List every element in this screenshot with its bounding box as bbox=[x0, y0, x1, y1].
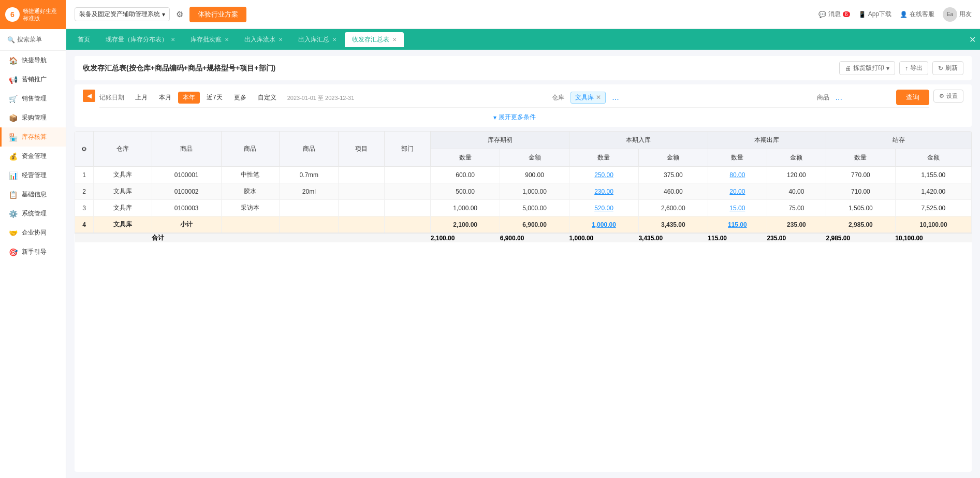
expand-more-btn[interactable]: ▾ 展开更多条件 bbox=[493, 113, 536, 122]
date-btn-more[interactable]: 更多 bbox=[229, 92, 251, 104]
col-out-qty: 数量 bbox=[708, 149, 767, 167]
date-btn-last-month[interactable]: 上月 bbox=[130, 92, 152, 104]
total-open-qty: 2,100.00 bbox=[431, 233, 500, 242]
sidebar-item-inventory[interactable]: 🏪 库存核算 bbox=[0, 127, 66, 147]
sidebar-item-basic[interactable]: 📋 基础信息 bbox=[0, 185, 66, 204]
row2-open-amt: 1,000.00 bbox=[500, 183, 569, 200]
service-icon: 👤 bbox=[900, 11, 908, 18]
row3-out-qty[interactable]: 15.00 bbox=[708, 200, 767, 216]
settings-panel-btn[interactable]: ⚙ 设置 bbox=[933, 90, 963, 103]
tab-inout-flow[interactable]: 出入库流水 ✕ bbox=[237, 32, 290, 47]
online-service-btn[interactable]: 👤 在线客服 bbox=[900, 10, 934, 19]
sales-icon: 🛒 bbox=[9, 95, 18, 103]
table-footer: 合计 2,100.00 6,900.00 1,000.00 3,435.00 1… bbox=[75, 233, 972, 242]
search-icon: 🔍 bbox=[7, 36, 15, 44]
date-btn-7days[interactable]: 近7天 bbox=[202, 92, 227, 104]
sidebar-item-operations[interactable]: 📊 经营管理 bbox=[0, 166, 66, 185]
tab-batch[interactable]: 库存批次账 ✕ bbox=[183, 32, 236, 47]
warehouse-tag: 文具库 ✕ bbox=[571, 92, 606, 104]
col-product-spec: 商品 bbox=[280, 132, 339, 167]
row2-out-qty[interactable]: 20.00 bbox=[708, 183, 767, 200]
row1-in-qty[interactable]: 250.00 bbox=[569, 167, 639, 183]
message-btn[interactable]: 💬 消息 6 bbox=[818, 10, 850, 19]
tabs-close-all-btn[interactable]: ✕ bbox=[969, 35, 976, 45]
sidebar-item-finance[interactable]: 💰 资金管理 bbox=[0, 147, 66, 166]
tab-receive-summary-close[interactable]: ✕ bbox=[392, 37, 397, 42]
marketing-icon: 📢 bbox=[9, 76, 18, 84]
date-btn-this-month[interactable]: 本月 bbox=[154, 92, 176, 104]
tab-stock[interactable]: 现存量（库存分布表） ✕ bbox=[98, 32, 182, 47]
row3-code: 0100003 bbox=[152, 200, 221, 216]
subtotal-out-qty[interactable]: 115.00 bbox=[708, 216, 767, 234]
tab-inout-flow-close[interactable]: ✕ bbox=[279, 37, 283, 42]
tab-batch-close[interactable]: ✕ bbox=[225, 37, 229, 42]
export-btn[interactable]: ↑ 导出 bbox=[899, 61, 928, 75]
page-content: 收发存汇总表(按仓库+商品编码+商品+规格型号+项目+部门) 🖨 拣货版打印 ▾… bbox=[66, 50, 980, 478]
search-menu-btn[interactable]: 🔍 搜索菜单 bbox=[4, 33, 62, 46]
industry-btn[interactable]: 体验行业方案 bbox=[189, 7, 246, 22]
user-avatar[interactable]: Ea 用友 bbox=[943, 7, 972, 22]
row2-in-qty[interactable]: 230.00 bbox=[569, 183, 639, 200]
chevron-down-icon2: ▾ bbox=[886, 65, 889, 72]
col-project: 项目 bbox=[339, 132, 385, 167]
date-btn-custom[interactable]: 自定义 bbox=[253, 92, 281, 104]
table-settings-col[interactable]: ⚙ bbox=[75, 132, 94, 167]
sidebar-item-purchase[interactable]: 📦 采购管理 bbox=[0, 108, 66, 127]
tab-receive-summary[interactable]: 收发存汇总表 ✕ bbox=[345, 32, 404, 47]
settings-icon[interactable]: ⚙ bbox=[176, 9, 183, 19]
system-title: 装备及固定资产辅助管理系统 bbox=[79, 10, 160, 19]
sidebar-item-sales[interactable]: 🛒 销售管理 bbox=[0, 89, 66, 108]
message-icon: 💬 bbox=[818, 11, 826, 18]
filter-collapse-btn[interactable]: ◀ bbox=[83, 90, 95, 102]
col-product-name: 商品 bbox=[221, 132, 280, 167]
date-range-display: 2023-01-01 至 2023-12-31 bbox=[287, 93, 355, 102]
subtotal-out-amt: 235.00 bbox=[767, 216, 826, 234]
row1-out-amt: 120.00 bbox=[767, 167, 826, 183]
sidebar-item-quicknav[interactable]: 🏠 快捷导航 bbox=[0, 51, 66, 70]
date-range-text: 2023-01-01 至 2023-12-31 bbox=[287, 94, 355, 102]
total-close-amt: 10,100.00 bbox=[895, 233, 971, 242]
subtotal-close-qty: 2,985.00 bbox=[826, 216, 895, 234]
data-table-container: ⚙ 仓库 商品 商品 商品 项目 部门 库存期初 本期入库 本期出库 结存 数量 bbox=[75, 131, 972, 472]
date-buttons: 上月 本月 本年 近7天 更多 自定义 bbox=[130, 92, 281, 104]
page-actions: 🖨 拣货版打印 ▾ ↑ 导出 ↻ 刷新 bbox=[839, 61, 963, 75]
warehouse-more-btn[interactable]: ... bbox=[612, 93, 619, 102]
warehouse-filter-label: 仓库 bbox=[552, 93, 564, 102]
sidebar-search[interactable]: 🔍 搜索菜单 bbox=[0, 29, 66, 51]
sidebar-item-marketing[interactable]: 📢 营销推广 bbox=[0, 70, 66, 89]
query-btn[interactable]: 查询 bbox=[896, 90, 929, 105]
warehouse-tag-close[interactable]: ✕ bbox=[596, 94, 601, 101]
row1-out-qty[interactable]: 80.00 bbox=[708, 167, 767, 183]
sidebar-item-enterprise[interactable]: 🤝 企业协同 bbox=[0, 223, 66, 242]
refresh-btn[interactable]: ↻ 刷新 bbox=[932, 61, 963, 75]
date-btn-this-year[interactable]: 本年 bbox=[178, 92, 200, 104]
tab-inout-summary[interactable]: 出入库汇总 ✕ bbox=[291, 32, 344, 47]
total-open-amt: 6,900.00 bbox=[500, 233, 569, 242]
sidebar-item-newbie[interactable]: 🎯 新手引导 bbox=[0, 242, 66, 262]
avatar: Ea bbox=[943, 7, 957, 22]
logo-icon: 6 bbox=[5, 7, 20, 22]
print-btn[interactable]: 🖨 拣货版打印 ▾ bbox=[839, 61, 895, 75]
tab-home[interactable]: 首页 bbox=[70, 32, 97, 47]
product-more-btn[interactable]: ... bbox=[836, 93, 842, 102]
app-download-btn[interactable]: 📱 App下载 bbox=[858, 10, 891, 19]
row1-warehouse: 文具库 bbox=[94, 167, 152, 183]
row2-close-qty: 710.00 bbox=[826, 183, 895, 200]
filter-row-main: 记账日期 上月 本月 本年 近7天 更多 自定义 2023-01-01 至 20… bbox=[99, 90, 929, 105]
col-open-qty: 数量 bbox=[431, 149, 500, 167]
system-selector[interactable]: 装备及固定资产辅助管理系统 ▾ bbox=[75, 7, 170, 21]
total-in-qty: 1,000.00 bbox=[569, 233, 639, 242]
subtotal-in-qty[interactable]: 1,000.00 bbox=[569, 216, 639, 234]
tab-stock-close[interactable]: ✕ bbox=[171, 37, 175, 42]
row2-warehouse: 文具库 bbox=[94, 183, 152, 200]
tab-inout-summary-close[interactable]: ✕ bbox=[332, 37, 337, 42]
row3-out-amt: 75.00 bbox=[767, 200, 826, 216]
chevron-down-icon: ▾ bbox=[162, 11, 165, 18]
row1-open-qty: 600.00 bbox=[431, 167, 500, 183]
sidebar-item-system[interactable]: ⚙️ 系统管理 bbox=[0, 204, 66, 223]
operations-icon: 📊 bbox=[9, 171, 18, 180]
row2-close-amt: 1,420.00 bbox=[895, 183, 971, 200]
export-icon: ↑ bbox=[905, 65, 908, 72]
row3-in-qty[interactable]: 520.00 bbox=[569, 200, 639, 216]
row2-dept bbox=[385, 183, 431, 200]
